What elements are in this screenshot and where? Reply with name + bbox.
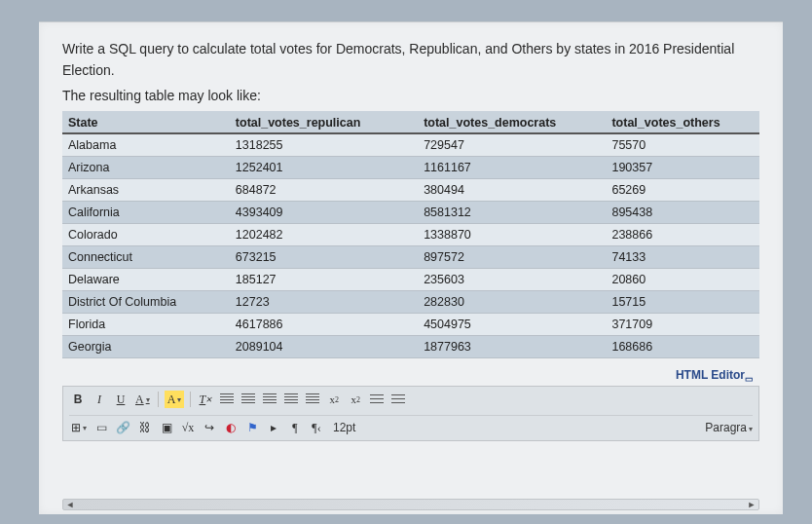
cell-state: California — [62, 201, 230, 223]
align-center-icon — [241, 393, 255, 405]
rtl-button[interactable]: ¶‹ — [308, 419, 325, 436]
cell-dem: 897572 — [418, 245, 606, 268]
align-justify-button[interactable] — [282, 391, 300, 408]
cell-rep: 1252401 — [230, 156, 418, 178]
cell-dem: 4504975 — [418, 313, 606, 335]
align-left-button[interactable] — [218, 391, 236, 408]
media-button[interactable]: ▸ — [265, 419, 282, 436]
cell-rep: 12723 — [230, 290, 418, 313]
cell-dem: 235603 — [418, 268, 606, 290]
cell-oth: 15715 — [606, 290, 759, 313]
table-row: District Of Columbia 12723 282830 15715 — [62, 290, 759, 313]
underline-button[interactable]: U — [112, 391, 129, 408]
insert-table-button[interactable]: ⊞ — [69, 419, 89, 436]
highlight-button[interactable]: A — [165, 391, 185, 408]
editor-area: HTML Editor▭ B I U A A T✕ x2 x2 ⊞ ▭ 🔗 — [62, 368, 759, 441]
align-center-button[interactable] — [240, 391, 257, 408]
cell-oth: 75570 — [606, 133, 759, 157]
table-row: California 4393409 8581312 895438 — [62, 201, 759, 223]
cell-dem: 380494 — [418, 178, 606, 201]
editor-expand-icon: ▭ — [745, 374, 754, 384]
italic-button[interactable]: I — [91, 391, 108, 408]
separator — [158, 392, 159, 407]
align-right-icon — [263, 393, 277, 405]
unlink-button[interactable]: ⛓ — [136, 419, 154, 436]
cell-state: Colorado — [62, 223, 230, 245]
cell-oth: 895438 — [606, 201, 759, 223]
cell-rep: 1318255 — [230, 133, 418, 157]
indent-icon — [306, 393, 319, 405]
align-right-button[interactable] — [261, 391, 278, 408]
cell-dem: 1877963 — [418, 335, 606, 357]
col-dem: total_votes_democrats — [418, 111, 606, 133]
col-rep: total_votes_repulican — [230, 111, 418, 133]
number-list-button[interactable] — [389, 391, 407, 408]
record-button[interactable]: ◐ — [222, 419, 240, 436]
table-row: Alabama 1318255 729547 75570 — [62, 133, 759, 157]
cell-rep: 2089104 — [230, 335, 418, 357]
cell-rep: 4393409 — [230, 201, 418, 223]
cell-rep: 185127 — [230, 268, 418, 290]
question-text: Write a SQL query to calculate total vot… — [62, 38, 759, 82]
cell-state: Arizona — [62, 156, 230, 178]
subscript-button[interactable]: x2 — [347, 391, 364, 408]
table-header-row: State total_votes_repulican total_votes_… — [62, 111, 759, 133]
bullet-list-button[interactable] — [368, 391, 386, 408]
ltr-button[interactable]: ¶ — [286, 419, 304, 436]
align-left-icon — [220, 393, 234, 405]
col-state: State — [62, 111, 230, 133]
image-button[interactable]: ▣ — [158, 419, 175, 436]
align-justify-icon — [284, 393, 298, 405]
indent-button[interactable] — [304, 391, 321, 408]
editor-toolbar: B I U A A T✕ x2 x2 ⊞ ▭ 🔗 ⛓ ▣ √x — [62, 386, 759, 441]
cell-rep: 684872 — [230, 178, 418, 201]
number-list-icon — [391, 393, 405, 405]
cell-oth: 371709 — [606, 313, 759, 335]
scroll-left-icon: ◄ — [65, 499, 75, 510]
cell-rep: 4617886 — [230, 313, 418, 335]
font-size-select[interactable]: 12pt — [333, 421, 355, 434]
cell-oth: 74133 — [606, 245, 759, 268]
table-row: Arizona 1252401 1161167 190357 — [62, 156, 759, 178]
cell-rep: 1202482 — [230, 223, 418, 245]
separator — [190, 392, 191, 407]
cell-oth: 20860 — [606, 268, 759, 290]
embed-button[interactable]: ▭ — [92, 419, 110, 436]
cell-state: Alabama — [62, 133, 230, 157]
cell-rep: 673215 — [230, 245, 418, 268]
cell-dem: 1161167 — [418, 156, 606, 178]
html-editor-label[interactable]: HTML Editor▭ — [62, 368, 759, 384]
table-row: Florida 4617886 4504975 371709 — [62, 313, 759, 335]
cell-state: Florida — [62, 313, 230, 335]
table-body: Alabama 1318255 729547 75570 Arizona 125… — [62, 133, 759, 358]
equation-button[interactable]: √x — [179, 419, 197, 436]
cell-dem: 1338870 — [418, 223, 606, 245]
clear-format-button[interactable]: T✕ — [197, 391, 214, 408]
paragraph-style-select[interactable]: Paragra — [705, 421, 753, 434]
bold-button[interactable]: B — [69, 391, 87, 408]
cell-dem: 729547 — [418, 133, 606, 157]
cell-state: District Of Columbia — [62, 290, 230, 313]
flag-button[interactable]: ⚑ — [243, 419, 261, 436]
cell-state: Connecticut — [62, 245, 230, 268]
horizontal-scrollbar[interactable]: ◄ ► — [62, 499, 759, 510]
text-color-button[interactable]: A — [133, 391, 152, 408]
redo-button[interactable]: ↪ — [201, 419, 218, 436]
cell-dem: 282830 — [418, 290, 606, 313]
table-row: Arkansas 684872 380494 65269 — [62, 178, 759, 201]
cell-oth: 238866 — [606, 223, 759, 245]
bullet-list-icon — [370, 393, 384, 405]
cell-state: Arkansas — [62, 178, 230, 201]
table-row: Georgia 2089104 1877963 168686 — [62, 335, 759, 357]
link-button[interactable]: 🔗 — [114, 419, 132, 436]
cell-dem: 8581312 — [418, 201, 606, 223]
superscript-button[interactable]: x2 — [325, 391, 343, 408]
col-oth: total_votes_others — [606, 111, 759, 133]
cell-oth: 190357 — [606, 156, 759, 178]
html-editor-label-text: HTML Editor — [676, 368, 745, 382]
cell-oth: 65269 — [606, 178, 759, 201]
scroll-right-icon: ► — [747, 499, 757, 510]
table-row: Delaware 185127 235603 20860 — [62, 268, 759, 290]
table-row: Connecticut 673215 897572 74133 — [62, 245, 759, 268]
table-row: Colorado 1202482 1338870 238866 — [62, 223, 759, 245]
